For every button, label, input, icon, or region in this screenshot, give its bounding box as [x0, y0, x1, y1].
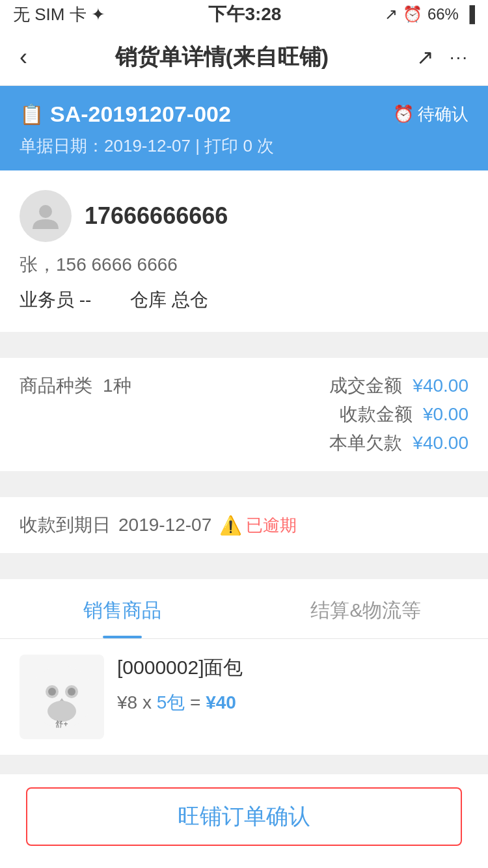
- overdue-badge: ⚠️ 已逾期: [219, 514, 297, 537]
- back-button[interactable]: ‹: [20, 44, 27, 71]
- transaction-value: ¥40.00: [413, 375, 468, 396]
- product-price: ¥8 x 5包 = ¥40: [117, 690, 468, 715]
- total-price: ¥40: [206, 692, 236, 712]
- nav-actions: ↗ ···: [416, 45, 468, 70]
- share-icon[interactable]: ↗: [416, 45, 434, 70]
- avatar: [20, 190, 72, 242]
- warehouse-value: 总仓: [172, 290, 208, 310]
- clock-icon: ⏰: [393, 104, 414, 124]
- stats-left: 商品种类 1种: [20, 373, 329, 402]
- no-sim-text: 无 SIM 卡 ✦: [13, 3, 105, 26]
- svg-point-7: [47, 701, 76, 722]
- invoice-icon: 📋: [20, 103, 44, 126]
- balance-value: ¥40.00: [413, 433, 468, 454]
- svg-text:舒+: 舒+: [55, 720, 68, 729]
- stats-section: 商品种类 1种 成交金额 ¥40.00 收款金额 ¥0.00 本单欠款 ¥40.…: [0, 358, 488, 471]
- stats-right: 成交金额 ¥40.00 收款金额 ¥0.00 本单欠款 ¥40.00: [329, 373, 468, 455]
- status-time: 下午3:28: [208, 2, 281, 27]
- customer-meta: 业务员 -- 仓库 总仓: [20, 288, 468, 312]
- payment-row: 收款金额 ¥0.00: [340, 402, 468, 427]
- product-type-value: 1种: [103, 373, 131, 398]
- due-date-value: 2019-12-07: [118, 515, 211, 536]
- nav-bar: ‹ 销货单详情(来自旺铺) ↗ ···: [0, 29, 488, 86]
- tab-sales-products[interactable]: 销售商品: [0, 579, 244, 638]
- alarm-icon: ⏰: [403, 5, 422, 23]
- warehouse-label: 仓库 总仓: [130, 288, 208, 312]
- quantity: 5包: [157, 692, 185, 712]
- svg-point-4: [48, 688, 56, 696]
- tab-settlement[interactable]: 结算&物流等: [244, 579, 488, 638]
- svg-point-5: [68, 688, 75, 696]
- status-right: ↗ ⏰ 66% ▐: [385, 5, 475, 23]
- confirm-button[interactable]: 旺铺订单确认: [26, 787, 462, 846]
- product-thumbnail: 舒+: [20, 655, 104, 739]
- transaction-label: 成交金额: [329, 373, 402, 398]
- bottom-bar: 旺铺订单确认: [0, 774, 488, 868]
- customer-phone: 17666666666: [85, 202, 228, 230]
- payment-label: 收款金额: [340, 402, 413, 427]
- price-value: ¥8: [117, 692, 137, 712]
- tabs-section: 销售商品 结算&物流等 舒+ [0000002]面包 ¥8: [0, 579, 488, 755]
- due-section: 收款到期日 2019-12-07 ⚠️ 已逾期: [0, 497, 488, 553]
- divider-3: [0, 566, 488, 579]
- location-icon: ↗: [385, 5, 398, 23]
- transaction-row: 成交金额 ¥40.00: [329, 373, 468, 398]
- product-info: [0000002]面包 ¥8 x 5包 = ¥40: [117, 655, 468, 715]
- battery-icon: ▐: [464, 5, 475, 23]
- salesperson-label: 业务员 --: [20, 288, 91, 312]
- tabs-header: 销售商品 结算&物流等: [0, 579, 488, 639]
- page-title: 销货单详情(来自旺铺): [115, 42, 329, 72]
- order-status: ⏰ 待确认: [393, 103, 468, 126]
- overdue-text: 已逾期: [246, 514, 297, 537]
- product-type-label: 商品种类: [20, 373, 92, 398]
- order-header: 📋 SA-20191207-002 ⏰ 待确认 单据日期：2019-12-07 …: [0, 86, 488, 170]
- product-name: [0000002]面包: [117, 655, 468, 681]
- customer-section: 17666666666 张，156 6666 6666 业务员 -- 仓库 总仓: [0, 170, 488, 332]
- order-id-text: SA-20191207-002: [50, 102, 231, 127]
- balance-label: 本单欠款: [329, 431, 402, 455]
- divider-1: [0, 345, 488, 358]
- order-id-row: 📋 SA-20191207-002: [20, 102, 231, 127]
- product-type-row: 商品种类 1种: [20, 373, 329, 398]
- battery-text: 66%: [427, 5, 459, 23]
- status-left: 无 SIM 卡 ✦: [13, 3, 105, 26]
- salesperson-value: --: [79, 290, 92, 310]
- warning-icon: ⚠️: [219, 515, 242, 536]
- payment-value: ¥0.00: [423, 404, 468, 425]
- status-bar: 无 SIM 卡 ✦ 下午3:28 ↗ ⏰ 66% ▐: [0, 0, 488, 29]
- customer-name-detail: 张，156 6666 6666: [20, 252, 468, 277]
- status-text: 待确认: [418, 103, 468, 126]
- balance-row: 本单欠款 ¥40.00: [329, 431, 468, 455]
- more-icon[interactable]: ···: [450, 47, 468, 68]
- due-date-label: 收款到期日: [20, 513, 111, 537]
- order-date: 单据日期：2019-12-07 | 打印 0 次: [20, 135, 468, 157]
- product-item: 舒+ [0000002]面包 ¥8 x 5包 = ¥40: [0, 639, 488, 755]
- divider-2: [0, 484, 488, 497]
- customer-top: 17666666666: [20, 190, 468, 242]
- svg-point-0: [39, 205, 52, 218]
